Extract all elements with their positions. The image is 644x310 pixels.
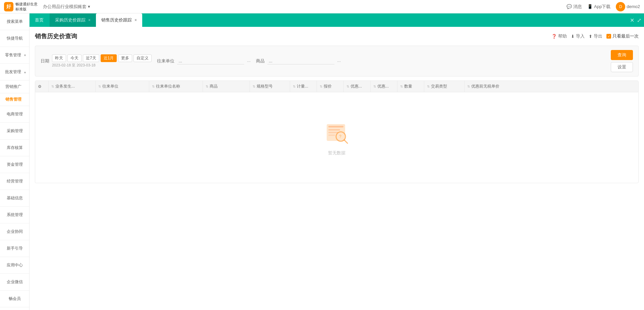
date-today-btn[interactable]: 今天 — [67, 54, 82, 62]
app-download-btn[interactable]: 📱 App下载 — [587, 4, 610, 10]
partner-input[interactable] — [177, 58, 244, 64]
sidebar-item-guide[interactable]: 新手引导 — [0, 240, 29, 257]
sidebar-sub-item-sales[interactable]: 销售管理 — [0, 93, 29, 106]
sidebar-item-wechat[interactable]: 企业微信 — [0, 274, 29, 291]
avatar: D — [616, 2, 625, 11]
sort-date-icon: ⇅ — [51, 85, 54, 88]
sidebar-item-system[interactable]: 系统管理 — [0, 207, 29, 223]
date-filter-group: 日期 昨天 今天 近7天 近1月 更多 自定义 2023-02-18 至 202… — [41, 54, 152, 68]
date-filter-col: 昨天 今天 近7天 近1月 更多 自定义 2023-02-18 至 2023-0… — [52, 54, 152, 68]
sidebar-item-search[interactable]: 搜索菜单 — [0, 13, 29, 30]
th-discount1[interactable]: ⇅ 优惠... — [344, 81, 371, 92]
th-settings[interactable]: ⚙ — [35, 81, 49, 92]
sidebar-item-wholesale[interactable]: 批发管理 ▴ — [0, 64, 29, 81]
date-custom-btn[interactable]: 自定义 — [133, 54, 152, 62]
th-price[interactable]: ⇅ 报价 — [317, 81, 344, 92]
th-product[interactable]: ⇅ 商品 — [203, 81, 250, 92]
app-selector[interactable]: 办公用品行业模拟账套 ▾ — [40, 2, 93, 11]
sidebar-item-operations[interactable]: 经营管理 — [0, 173, 29, 190]
tab-home[interactable]: 首页 — [30, 13, 49, 27]
query-btn[interactable]: 查询 — [611, 50, 633, 60]
export-btn[interactable]: ⬆ 导出 — [589, 33, 602, 39]
svg-rect-1 — [328, 126, 343, 127]
date-more-btn[interactable]: 更多 — [118, 54, 132, 62]
message-icon: 💬 — [567, 4, 572, 9]
product-input[interactable] — [267, 58, 334, 64]
phone-icon: 📱 — [587, 4, 593, 9]
search-label: 搜索菜单 — [7, 19, 23, 24]
tab-purchase-close-icon[interactable]: × — [88, 18, 91, 22]
date-range-text: 2023-02-18 至 2023-03-18 — [52, 63, 152, 68]
th-partner-code[interactable]: ⇅ 往来单位 — [96, 81, 149, 92]
quick-nav-label: 快捷导航 — [7, 36, 23, 41]
th-quantity[interactable]: ⇅ 数量 — [397, 81, 424, 92]
main-layout: 搜索菜单 快捷导航 零售管理 ▾ 批发管理 ▴ 营销推广 销售管理 电商管理 采… — [0, 13, 644, 310]
svg-line-6 — [344, 140, 347, 143]
top-bar-right: 💬 消息 📱 App下载 D demo2 — [567, 2, 640, 11]
svg-rect-3 — [328, 132, 338, 133]
th-trade-type[interactable]: ⇅ 交易类型 — [424, 81, 465, 92]
tab-bar-actions: ✕ ⤢ — [630, 17, 644, 23]
sort-tradetype-icon: ⇅ — [427, 85, 430, 88]
tab-maximize-icon[interactable]: ⤢ — [637, 17, 641, 23]
import-btn[interactable]: ⬇ 导入 — [571, 33, 585, 39]
th-discount2[interactable]: ⇅ 优惠... — [371, 81, 397, 92]
sidebar-item-basic[interactable]: 基础信息 — [0, 190, 29, 207]
sort-unit-icon: ⇅ — [293, 85, 296, 88]
filter-area: 日期 昨天 今天 近7天 近1月 更多 自定义 2023-02-18 至 202… — [35, 46, 639, 76]
help-icon: ❓ — [551, 34, 557, 39]
tab-bar: 首页 采购历史价跟踪 × 销售历史价跟踪 × ✕ ⤢ — [30, 13, 644, 27]
logo-icon: 好 — [4, 2, 13, 11]
date-1month-btn[interactable]: 近1月 — [101, 54, 117, 62]
sidebar-item-finance[interactable]: 资金管理 — [0, 156, 29, 173]
sort-discount1-icon: ⇅ — [346, 85, 349, 88]
message-btn[interactable]: 💬 消息 — [567, 4, 582, 10]
content-area: 销售历史价查询 ❓ 帮助 ⬇ 导入 ⬆ 导出 — [30, 27, 644, 310]
sidebar: 搜索菜单 快捷导航 零售管理 ▾ 批发管理 ▴ 营销推广 销售管理 电商管理 采… — [0, 13, 30, 310]
only-last-checkbox[interactable]: ✓ 只看最后一次 — [606, 33, 639, 39]
top-bar: 好 畅捷通好生意 标准版 办公用品行业模拟账套 ▾ 💬 消息 📱 App下载 D… — [0, 0, 644, 13]
date-buttons: 昨天 今天 近7天 近1月 更多 自定义 — [52, 54, 152, 62]
sidebar-item-retail[interactable]: 零售管理 ▾ — [0, 47, 29, 64]
sidebar-item-quick-nav[interactable]: 快捷导航 — [0, 30, 29, 47]
tab-close-window-icon[interactable]: ✕ — [630, 17, 634, 23]
th-spec[interactable]: ⇅ 规格型号 — [250, 81, 290, 92]
sort-partnername-icon: ⇅ — [152, 85, 155, 88]
table-header: ⚙ ⇅ 业务发生... ⇅ 往来单位 ⇅ 往来单位名称 — [35, 81, 638, 92]
tab-purchase-history[interactable]: 采购历史价跟踪 × — [50, 13, 96, 27]
th-pretax-price[interactable]: ⇅ 优惠前无税单价 — [465, 81, 638, 92]
sidebar-item-apps[interactable]: 应用中心 — [0, 257, 29, 274]
page-content: 销售历史价查询 ❓ 帮助 ⬇ 导入 ⬆ 导出 — [30, 27, 644, 310]
partner-label: 往来单位 — [157, 58, 174, 64]
user-area[interactable]: D demo2 — [616, 2, 640, 11]
date-7days-btn[interactable]: 近7天 — [83, 54, 99, 62]
date-yesterday-btn[interactable]: 昨天 — [52, 54, 66, 62]
empty-text: 暂无数据 — [328, 150, 345, 156]
help-btn[interactable]: ❓ 帮助 — [551, 33, 567, 39]
import-icon: ⬇ — [571, 34, 575, 39]
product-ellipsis-btn[interactable]: ··· — [337, 59, 341, 64]
filter-right-buttons: 查询 设置 — [611, 50, 633, 72]
page-header-actions: ❓ 帮助 ⬇ 导入 ⬆ 导出 ✓ 只看最后一次 — [551, 33, 639, 39]
sidebar-sub-item-marketing[interactable]: 营销推广 — [0, 81, 29, 93]
settings-btn[interactable]: 设置 — [611, 62, 633, 72]
date-label: 日期 — [41, 58, 49, 64]
partner-ellipsis-btn[interactable]: ··· — [247, 59, 251, 64]
sort-product-icon: ⇅ — [206, 85, 208, 88]
th-partner-name[interactable]: ⇅ 往来单位名称 — [149, 81, 203, 92]
tab-sales-close-icon[interactable]: × — [135, 18, 137, 22]
sidebar-item-ecommerce[interactable]: 电商管理 — [0, 106, 29, 123]
th-date[interactable]: ⇅ 业务发生... — [49, 81, 96, 92]
tab-sales-history[interactable]: 销售历史价跟踪 × — [96, 13, 142, 27]
sidebar-item-purchase[interactable]: 采购管理 — [0, 123, 29, 140]
sidebar-item-enterprise[interactable]: 企业协同 — [0, 223, 29, 240]
empty-state: ? 暂无数据 — [35, 92, 638, 183]
svg-text:?: ? — [339, 134, 341, 139]
th-unit[interactable]: ⇅ 计量... — [290, 81, 317, 92]
logo-text: 畅捷通好生意 标准版 — [15, 2, 38, 11]
sort-discount2-icon: ⇅ — [373, 85, 376, 88]
sidebar-item-member[interactable]: 畅会员 — [0, 291, 29, 307]
sidebar-item-inventory[interactable]: 库存核算 — [0, 140, 29, 156]
sort-partner-icon: ⇅ — [98, 85, 101, 88]
gear-icon: ⚙ — [38, 84, 42, 89]
